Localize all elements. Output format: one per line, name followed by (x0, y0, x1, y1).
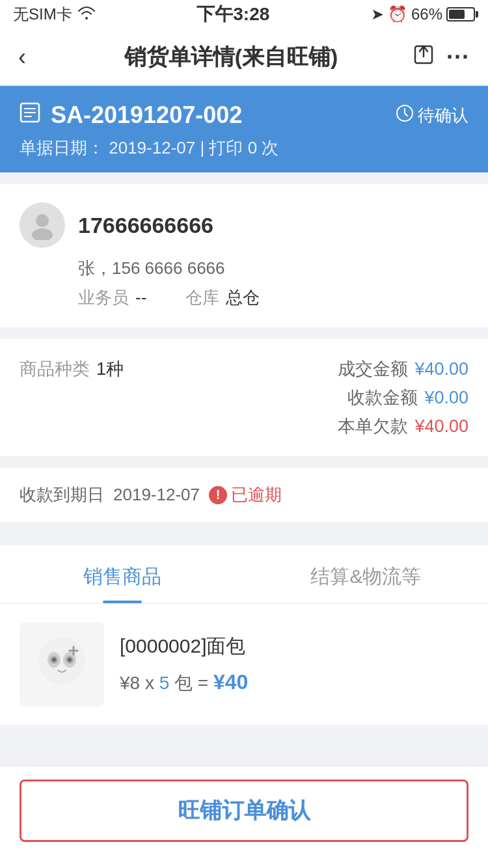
overdue-text: 已逾期 (231, 483, 282, 506)
page-title: 销货单详情(来自旺铺) (57, 42, 405, 72)
order-meta: 单据日期： 2019-12-07 | 打印 0 次 (20, 137, 468, 159)
order-status: 待确认 (396, 104, 468, 127)
warehouse-item: 仓库 总仓 (185, 286, 260, 309)
product-type-label: 商品种类 (20, 357, 90, 381)
confirm-order-button[interactable]: 旺铺订单确认 (20, 780, 468, 842)
order-id-text: SA-20191207-002 (51, 102, 242, 129)
divider-2 (0, 522, 488, 534)
order-id: SA-20191207-002 (20, 102, 242, 129)
salesperson-value: -- (135, 288, 146, 308)
product-type-stat: 商品种类 1种 (20, 357, 124, 381)
svg-point-4 (32, 228, 53, 240)
warehouse-label: 仓库 (185, 286, 219, 309)
owed-stat: 本单欠款 ¥40.00 (338, 414, 468, 438)
wifi-icon (77, 5, 96, 23)
tabs-container: 销售商品 结算&物流等 (0, 545, 488, 725)
back-button[interactable]: ‹ (18, 44, 57, 71)
product-details: [0000002]面包 ¥8 x 5 包 = ¥40 (120, 633, 468, 696)
product-unit: 包 (174, 673, 193, 693)
overdue-icon: ! (209, 486, 227, 504)
due-date-card: 收款到期日 2019-12-07 ! 已逾期 (0, 468, 488, 522)
overdue-badge: ! 已逾期 (209, 483, 282, 506)
received-label: 收款金额 (347, 386, 418, 409)
more-icon[interactable]: ··· (446, 44, 470, 71)
status-right: ➤ ⏰ 66% (371, 5, 475, 23)
order-header-card: SA-20191207-002 待确认 单据日期： 2019-12-07 | 打… (0, 86, 488, 172)
nav-actions: ··· (405, 42, 470, 72)
amount-value: ¥40.00 (414, 359, 468, 379)
share-icon[interactable] (411, 42, 436, 72)
owed-label: 本单欠款 (338, 414, 408, 438)
amount-stat: 成交金额 ¥40.00 (338, 357, 468, 381)
product-qty: 5 (159, 673, 170, 693)
product-total: ¥40 (213, 670, 248, 694)
avatar (20, 202, 65, 248)
clock-icon (396, 104, 414, 127)
nav-bar: ‹ 销货单详情(来自旺铺) ··· (0, 29, 488, 86)
status-bar: 无SIM卡 下午3:28 ➤ ⏰ 66% (0, 0, 488, 29)
confirm-button-container: 旺铺订单确认 (0, 766, 488, 868)
order-doc-icon (20, 102, 43, 129)
received-value: ¥0.00 (424, 388, 468, 408)
due-date-label: 收款到期日 (20, 483, 104, 506)
customer-details: 业务员 -- 仓库 总仓 (20, 286, 468, 309)
product-price-row: ¥8 x 5 包 = ¥40 (120, 670, 468, 696)
due-date-value: 2019-12-07 (113, 485, 200, 505)
stats-card: 商品种类 1种 成交金额 ¥40.00 收款金额 ¥0.00 本单欠款 ¥40.… (0, 339, 488, 456)
product-item: [0000002]面包 ¥8 x 5 包 = ¥40 (0, 604, 488, 725)
tab-settlement-logistics[interactable]: 结算&物流等 (244, 545, 488, 603)
salesperson-item: 业务员 -- (78, 286, 146, 309)
warehouse-value: 总仓 (226, 286, 260, 309)
multiply-sign: x (145, 673, 159, 693)
divider-1 (0, 327, 488, 339)
tabs-row: 销售商品 结算&物流等 (0, 545, 488, 604)
status-left: 无SIM卡 (13, 4, 96, 25)
svg-point-5 (38, 638, 85, 685)
battery-percent: 66% (411, 5, 442, 23)
product-type-value: 1种 (96, 357, 124, 381)
customer-name-phone: 张，156 6666 6666 (20, 257, 468, 280)
time-display: 下午3:28 (197, 2, 269, 27)
product-price: ¥8 (120, 673, 140, 693)
battery-icon (446, 7, 475, 21)
svg-point-11 (68, 658, 72, 662)
carrier-label: 无SIM卡 (13, 4, 72, 25)
salesperson-label: 业务员 (78, 286, 129, 309)
product-thumb-icon (36, 635, 88, 694)
tab-sales-products[interactable]: 销售商品 (0, 545, 244, 603)
received-stat: 收款金额 ¥0.00 (347, 386, 468, 409)
product-thumbnail (20, 622, 104, 707)
alarm-icon: ⏰ (388, 5, 407, 23)
owed-value: ¥40.00 (414, 416, 468, 437)
equals-sign: = (198, 673, 213, 693)
svg-point-3 (36, 214, 49, 227)
customer-card: 17666666666 张，156 6666 6666 业务员 -- 仓库 总仓 (0, 184, 488, 327)
svg-point-10 (52, 658, 56, 662)
status-label: 待确认 (418, 104, 468, 127)
amount-label: 成交金额 (338, 357, 408, 381)
customer-phone: 17666666666 (78, 213, 213, 238)
location-icon: ➤ (371, 5, 384, 23)
product-name: [0000002]面包 (120, 633, 468, 660)
